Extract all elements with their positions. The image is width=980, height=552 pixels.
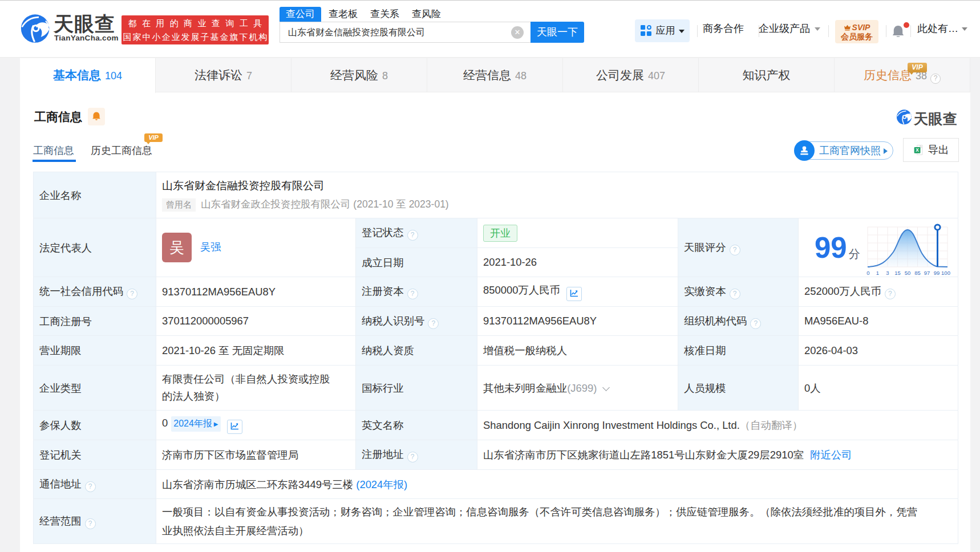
- svg-text:X: X: [916, 147, 919, 153]
- svg-text:50: 50: [905, 270, 911, 276]
- svg-text:0: 0: [866, 270, 869, 276]
- svg-text:3: 3: [886, 270, 889, 276]
- svg-text:97: 97: [924, 270, 930, 276]
- svg-text:85: 85: [914, 270, 921, 276]
- svg-text:1: 1: [876, 270, 879, 276]
- svg-text:15: 15: [894, 270, 901, 276]
- svg-text:99: 99: [934, 270, 940, 276]
- svg-text:100: 100: [941, 270, 950, 276]
